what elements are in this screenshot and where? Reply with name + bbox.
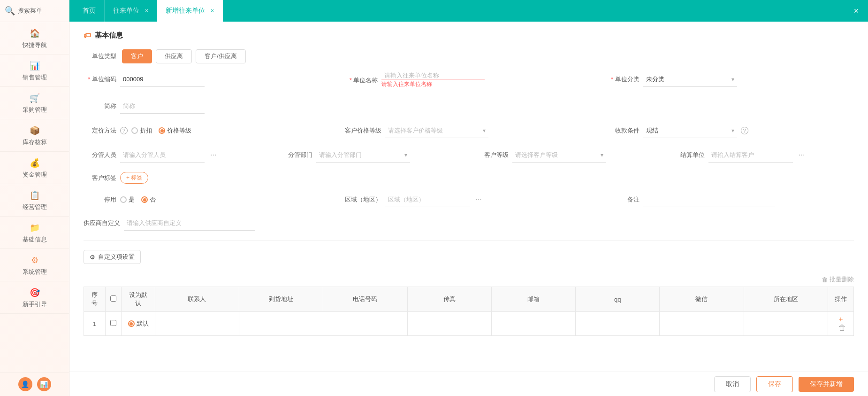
tab-new-partner-close[interactable]: ×: [211, 8, 214, 14]
sidebar-item-guide[interactable]: 🎯 新手引导: [0, 281, 69, 314]
unit-type-row: 单位类型 客户 供应离 客户/供应离: [84, 49, 854, 63]
payment-help-icon[interactable]: ?: [741, 127, 748, 134]
manager-input[interactable]: [120, 148, 205, 163]
customer-price-select[interactable]: 请选择客户价格等级 ▾: [385, 123, 488, 138]
tab-partners[interactable]: 往来单位 ×: [105, 0, 157, 22]
table-select-all[interactable]: [110, 295, 116, 302]
sidebar-item-purchase[interactable]: 🛒 采购管理: [0, 87, 69, 119]
tab-home[interactable]: 首页: [74, 0, 105, 22]
pricing-help-icon[interactable]: ?: [120, 127, 128, 134]
cancel-button[interactable]: 取消: [714, 376, 751, 392]
customer-price-placeholder: 请选择客户价格等级: [388, 126, 443, 135]
customer-level-select[interactable]: 请选择客户等级 ▾: [512, 148, 606, 163]
region-input[interactable]: [385, 192, 470, 207]
custom-settings-btn[interactable]: ⚙ 自定义项设置: [84, 250, 141, 264]
customer-level-placeholder: 请选择客户等级: [515, 151, 558, 159]
unit-type-field: 单位类型 客户 供应离 客户/供应离: [84, 49, 854, 63]
radio-disabled-no-circle: [141, 196, 148, 203]
cell-region[interactable]: [744, 312, 828, 336]
radio-discount[interactable]: 折扣: [131, 126, 152, 135]
payment-select[interactable]: 现结 ▾: [643, 123, 737, 138]
unit-category-select[interactable]: 未分类 ▾: [643, 72, 737, 87]
unit-name-label: 单位名称: [345, 76, 378, 85]
dept-select[interactable]: 请输入分管部门 ▾: [316, 148, 410, 163]
region-more-btn[interactable]: ···: [473, 195, 483, 204]
tag-add-btn[interactable]: + 标签: [120, 172, 148, 184]
batch-delete-label[interactable]: 批量删除: [830, 275, 854, 284]
row-add-btn[interactable]: +: [838, 315, 843, 323]
tab-bar-close-btn[interactable]: ×: [849, 6, 863, 16]
supplier-custom-row: 供应商自定义: [84, 216, 854, 231]
save-button[interactable]: 保存: [756, 376, 793, 392]
cell-qq[interactable]: [576, 312, 660, 336]
sidebar-bottom: 👤 📊: [0, 372, 69, 396]
type-btn-customer[interactable]: 客户: [122, 49, 152, 63]
type-btn-both[interactable]: 客户/供应离: [196, 49, 246, 63]
unit-name-input[interactable]: [381, 72, 485, 79]
col-action: 操作: [828, 287, 853, 312]
email-input[interactable]: [496, 320, 571, 327]
customer-level-label: 客户等级: [476, 151, 509, 159]
sidebar-item-label: 经营管理: [23, 203, 47, 211]
dept-chevron: ▾: [404, 152, 407, 158]
supplier-custom-input[interactable]: [124, 216, 255, 231]
cell-check: [106, 312, 122, 336]
radio-price-level-circle: [159, 127, 165, 134]
sidebar-item-inventory[interactable]: 📦 库存核算: [0, 119, 69, 152]
tab-home-label: 首页: [83, 7, 96, 15]
tab-partners-close[interactable]: ×: [145, 8, 148, 14]
search-menu[interactable]: 🔍 搜索菜单: [0, 0, 69, 22]
radio-disabled-no[interactable]: 否: [141, 195, 156, 204]
row-checkbox[interactable]: [110, 320, 116, 326]
region-table-input[interactable]: [749, 320, 823, 327]
customer-price-label: 客户价格等级: [345, 126, 381, 135]
cell-phone[interactable]: [323, 312, 407, 336]
row-default-radio[interactable]: 默认: [126, 319, 150, 328]
remark-input[interactable]: [643, 192, 775, 207]
settlement-more-btn[interactable]: ···: [797, 151, 807, 159]
phone-input[interactable]: [328, 320, 402, 327]
purchase-icon: 🛒: [29, 93, 40, 104]
batch-delete-icon: 🗑: [822, 276, 828, 283]
settlement-label: 结算单位: [672, 151, 705, 159]
manager-label: 分管人员: [84, 151, 116, 159]
sidebar-item-operation[interactable]: 📋 经营管理: [0, 184, 69, 217]
radio-price-level[interactable]: 价格等级: [159, 126, 191, 135]
address-input[interactable]: [244, 320, 318, 327]
cell-wechat[interactable]: [660, 312, 744, 336]
short-name-row: 简称: [84, 99, 854, 114]
payment-value: 现结: [646, 126, 658, 135]
unit-code-input[interactable]: [120, 72, 205, 87]
tab-new-partner[interactable]: 新增往来单位 ×: [157, 0, 223, 22]
contact-input[interactable]: [160, 320, 234, 327]
sidebar-item-label: 资金管理: [23, 171, 47, 179]
sidebar-item-basic[interactable]: 📁 基础信息: [0, 217, 69, 249]
fax-input[interactable]: [412, 320, 487, 327]
cell-contact[interactable]: [155, 312, 239, 336]
pricing-radio-group: 折扣 价格等级: [131, 126, 191, 135]
short-name-input[interactable]: [120, 99, 205, 114]
sidebar-item-system[interactable]: ⚙ 系统管理: [0, 249, 69, 281]
cell-fax[interactable]: [407, 312, 491, 336]
sidebar-item-finance[interactable]: 💰 资金管理: [0, 152, 69, 184]
cell-email[interactable]: [491, 312, 575, 336]
sidebar-bottom-icon-1[interactable]: 👤: [18, 377, 32, 391]
sidebar-item-sales[interactable]: 📊 销售管理: [0, 54, 69, 87]
table-row: 1 默认: [84, 312, 854, 336]
table-section: 🗑 批量删除 序号 设为默认 联系人 到货地址 电话号码 传真 邮箱 qq: [84, 275, 854, 336]
save-new-button[interactable]: 保存并新增: [799, 377, 854, 392]
manager-more-btn[interactable]: ···: [208, 151, 218, 159]
radio-disabled-yes[interactable]: 是: [120, 195, 135, 204]
qq-input[interactable]: [580, 320, 655, 327]
remark-field: 备注: [607, 192, 854, 207]
cell-address[interactable]: [239, 312, 323, 336]
sidebar-item-label: 销售管理: [23, 73, 47, 82]
settlement-input[interactable]: [708, 148, 793, 163]
sidebar-bottom-icon-2[interactable]: 📊: [37, 377, 51, 391]
supplier-custom-label: 供应商自定义: [84, 219, 120, 227]
sidebar-item-quick-nav[interactable]: 🏠 快捷导航: [0, 22, 69, 54]
wechat-input[interactable]: [664, 320, 739, 327]
type-btn-supplier[interactable]: 供应离: [156, 49, 192, 63]
content-area: 🏷 基本信息 单位类型 客户 供应离 客户/供应离 单位编码 单位名称: [69, 22, 868, 396]
row-del-btn[interactable]: 🗑: [838, 324, 846, 332]
